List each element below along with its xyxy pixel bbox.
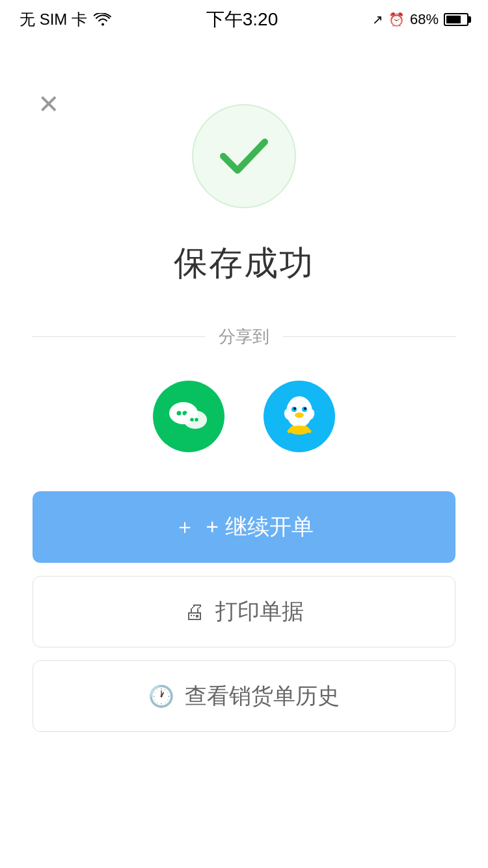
- battery-percent: 68%: [410, 11, 439, 28]
- share-section: 分享到: [33, 325, 455, 452]
- success-text: 保存成功: [174, 241, 314, 286]
- print-icon: 🖨: [184, 600, 205, 624]
- status-right: ↗ ⏰ 68%: [372, 11, 468, 28]
- svg-point-9: [293, 407, 296, 410]
- print-button[interactable]: 🖨 打印单据: [33, 576, 455, 647]
- status-left: 无 SIM 卡: [20, 9, 112, 30]
- divider-left: [33, 336, 206, 337]
- divider-right: [282, 336, 455, 337]
- battery-icon: [444, 13, 468, 26]
- svg-point-5: [195, 418, 198, 422]
- continue-label: + 继续开单: [206, 512, 313, 542]
- location-icon: ↗: [372, 12, 383, 27]
- qq-icon: [278, 392, 321, 441]
- wechat-share-button[interactable]: [153, 381, 224, 452]
- status-bar: 无 SIM 卡 下午3:20 ↗ ⏰ 68%: [0, 0, 488, 39]
- share-label: 分享到: [219, 325, 269, 348]
- alarm-icon: ⏰: [388, 12, 405, 27]
- wechat-icon: [168, 399, 210, 435]
- share-divider: 分享到: [33, 325, 455, 348]
- main-content: 保存成功 分享到: [0, 39, 488, 732]
- svg-point-10: [304, 407, 306, 410]
- sim-status: 无 SIM 卡: [20, 9, 87, 30]
- success-circle: [192, 104, 296, 208]
- svg-point-11: [295, 413, 304, 418]
- history-button[interactable]: 🕐 查看销货单历史: [33, 660, 455, 732]
- wifi-icon: [94, 13, 112, 26]
- svg-point-6: [286, 396, 312, 427]
- qq-share-button[interactable]: [264, 381, 335, 452]
- history-label: 查看销货单历史: [185, 681, 340, 711]
- continue-button[interactable]: ＋ + 继续开单: [33, 491, 455, 563]
- action-buttons: ＋ + 继续开单 🖨 打印单据 🕐 查看销货单历史: [33, 491, 455, 732]
- svg-point-4: [190, 418, 194, 422]
- history-icon: 🕐: [148, 684, 174, 709]
- print-label: 打印单据: [215, 597, 304, 627]
- plus-icon: ＋: [174, 513, 195, 541]
- share-icons: [33, 381, 455, 452]
- checkmark-icon: [218, 137, 270, 176]
- svg-point-1: [176, 411, 181, 415]
- status-time: 下午3:20: [206, 7, 278, 32]
